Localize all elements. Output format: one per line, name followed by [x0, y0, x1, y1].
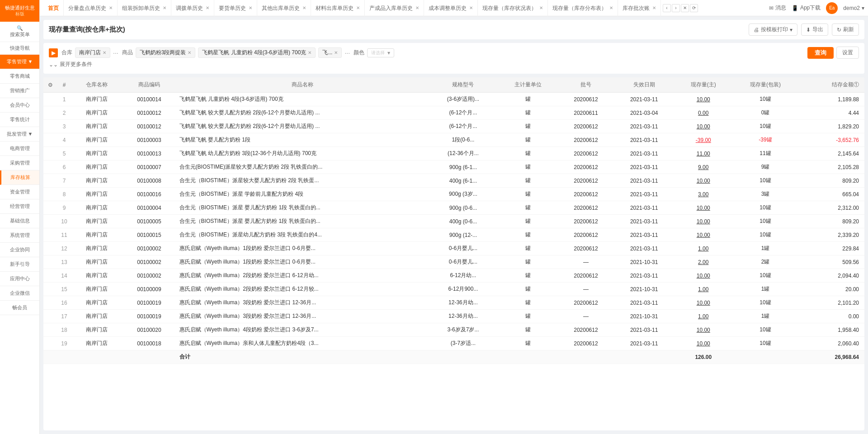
nav-tab-9[interactable]: 现存量（库存分布表） ✕: [548, 0, 618, 16]
cell-stock-main[interactable]: 10.00: [675, 323, 732, 337]
cell-expiry: 2021-03-11: [613, 323, 675, 337]
cell-name: 惠氏启赋（Wyeth illuma）3段奶粉 爱尔兰进口 12-36月...: [177, 296, 429, 310]
refresh-page-icon[interactable]: ⟳: [690, 4, 698, 12]
sidebar-item-member2[interactable]: 畅会员: [0, 301, 39, 315]
cell-stock-main[interactable]: 10.00: [675, 215, 732, 228]
refresh-button[interactable]: ↻ 刷新: [832, 24, 859, 36]
cell-code: 00100014: [122, 93, 176, 106]
nav-next-icon[interactable]: ›: [672, 4, 680, 12]
nav-tab-10[interactable]: 库存批次账 ✕: [618, 0, 661, 16]
nav-tab-0[interactable]: 分量盘点单历史 ✕: [64, 0, 118, 16]
cell-batch: —: [558, 283, 613, 296]
app-download-btn[interactable]: 📱 App下载: [792, 4, 821, 12]
cell-expiry: 2021-10-31: [613, 255, 675, 269]
sidebar-item-operations[interactable]: 经营管理: [0, 199, 39, 214]
setting-button[interactable]: 设置: [836, 47, 859, 59]
nav-tab-3[interactable]: 要货单历史 ✕: [214, 0, 257, 16]
sidebar-item-member[interactable]: 会员中心: [0, 98, 39, 113]
sidebar-item-inventory[interactable]: 库存核算: [0, 170, 39, 185]
cell-stock-main[interactable]: 10.00: [675, 337, 732, 350]
cell-stock-main[interactable]: 10.00: [675, 201, 732, 215]
nav-tab-5[interactable]: 材料出库单历史 ✕: [311, 0, 365, 16]
nav-tab-7[interactable]: 成本调整单历史 ✕: [424, 0, 478, 16]
product-tag-1[interactable]: 飞鹤星飞帆 儿童奶粉 4段(3-6岁适用) 700克 ✕: [198, 47, 316, 58]
sidebar-item-system[interactable]: 系统管理: [0, 228, 39, 243]
sidebar-item-finance[interactable]: 资金管理: [0, 185, 39, 199]
cell-stock-main[interactable]: 3.00: [675, 188, 732, 201]
query-button[interactable]: 查询: [807, 47, 834, 59]
user-avatar[interactable]: Ea: [826, 2, 838, 14]
color-filter-group: 颜色 请选择 ▾: [354, 48, 394, 57]
nav-tab-6[interactable]: 产成品入库单历史 ✕: [365, 0, 424, 16]
nav-tab-2[interactable]: 调拨单历史 ✕: [171, 0, 214, 16]
filter-toggle-btn[interactable]: ▶: [49, 48, 58, 57]
color-select[interactable]: 请选择 ▾: [367, 48, 394, 57]
sidebar-item-newbie[interactable]: 新手引导: [0, 257, 39, 272]
close-tab-6-icon[interactable]: ✕: [415, 0, 419, 16]
close-tab-4-icon[interactable]: ✕: [302, 0, 306, 16]
nav-tab-8[interactable]: 现存量（库存状况表） ✕: [478, 0, 548, 16]
product-tag-0[interactable]: 飞鹤奶粉3段两提装 ✕: [136, 47, 196, 58]
sidebar-item-wholesale[interactable]: 批发管理 ▼: [0, 127, 39, 142]
sidebar-item-enterprise[interactable]: 企业协同: [0, 243, 39, 257]
cell-stock-main[interactable]: -39.00: [675, 133, 732, 147]
cell-stock-main[interactable]: 1.00: [675, 242, 732, 255]
sidebar-item-purchase[interactable]: 采购管理: [0, 156, 39, 170]
remove-product-tag-0-icon[interactable]: ✕: [188, 50, 191, 55]
sidebar-item-marketing[interactable]: 营销推广: [0, 84, 39, 98]
message-btn[interactable]: ✉ 消息: [769, 4, 786, 12]
sidebar-item-retail-stats[interactable]: 零售统计: [0, 113, 39, 127]
cell-stock-main[interactable]: 1.00: [675, 310, 732, 323]
th-settings[interactable]: ⚙: [43, 77, 57, 93]
sidebar-quick-nav[interactable]: 快捷导航: [0, 42, 39, 55]
sidebar-item-basics[interactable]: 基础信息: [0, 214, 39, 228]
sidebar-logo[interactable]: 畅捷通好生意 标版: [0, 0, 39, 22]
sidebar-item-ecommerce[interactable]: 电商管理: [0, 142, 39, 156]
cell-unit: 罐: [498, 147, 559, 160]
close-tab-9-icon[interactable]: ✕: [609, 0, 613, 16]
cell-expiry: 2021-03-11: [613, 215, 675, 228]
cell-stock-main[interactable]: 0.00: [675, 106, 732, 120]
cell-stock-main[interactable]: 9.00: [675, 160, 732, 174]
username-btn[interactable]: demo2 ▾: [843, 5, 864, 11]
print-button[interactable]: 🖨 按模板打印 ▾: [749, 24, 797, 36]
close-tab-3-icon[interactable]: ✕: [249, 0, 252, 16]
cell-stock-main[interactable]: 10.00: [675, 228, 732, 242]
warehouse-tag[interactable]: 南岸门店 ✕: [75, 47, 110, 58]
sidebar-search[interactable]: 🔍 搜索英单: [0, 22, 39, 42]
nav-tab-4[interactable]: 其他出库单历史 ✕: [257, 0, 311, 16]
product-more-icon[interactable]: ···: [344, 49, 350, 57]
remove-warehouse-tag-icon[interactable]: ✕: [103, 50, 106, 55]
cell-stock-main[interactable]: 10.00: [675, 174, 732, 188]
export-button[interactable]: ⬇ 导出: [801, 24, 828, 36]
cell-stock-main[interactable]: 10.00: [675, 269, 732, 283]
remove-product-tag-1-icon[interactable]: ✕: [308, 50, 311, 55]
expand-more-btn[interactable]: ⌄⌄ 展开更多条件: [49, 59, 859, 70]
cell-stock-main[interactable]: 10.00: [675, 120, 732, 133]
nav-home[interactable]: 首页: [43, 0, 64, 16]
cell-stock-main[interactable]: 10.00: [675, 296, 732, 310]
product-tag-more[interactable]: 飞... ✕: [318, 47, 342, 58]
warehouse-more-icon[interactable]: ···: [113, 49, 118, 57]
close-tab-0-icon[interactable]: ✕: [109, 0, 113, 16]
nav-prev-icon[interactable]: ‹: [663, 4, 671, 12]
cell-stock-main[interactable]: 2.00: [675, 255, 732, 269]
cell-name: 惠氏启赋（Wyeth illuma）亲和人体儿童配方奶粉4段（3...: [177, 337, 429, 350]
nav-tab-1[interactable]: 组装拆卸单历史 ✕: [118, 0, 171, 16]
close-tab-1-icon[interactable]: ✕: [163, 0, 166, 16]
cell-stock-pack: 1罐: [732, 242, 799, 255]
cell-stock-main[interactable]: 11.00: [675, 147, 732, 160]
close-current-tab-icon[interactable]: ✕: [681, 4, 689, 12]
close-tab-5-icon[interactable]: ✕: [356, 0, 360, 16]
remove-more-tag-icon[interactable]: ✕: [334, 50, 338, 55]
cell-stock-main[interactable]: 1.00: [675, 283, 732, 296]
close-tab-10-icon[interactable]: ✕: [652, 0, 656, 16]
sidebar-item-retail-mgmt[interactable]: 零售管理 ▼: [0, 55, 39, 69]
close-tab-8-icon[interactable]: ✕: [539, 0, 543, 16]
sidebar-item-retail-mall[interactable]: 零售商城: [0, 69, 39, 84]
close-tab-2-icon[interactable]: ✕: [206, 0, 209, 16]
cell-stock-main[interactable]: 10.00: [675, 93, 732, 106]
sidebar-item-appstore[interactable]: 应用中心: [0, 272, 39, 286]
sidebar-item-wechat[interactable]: 企业微信: [0, 286, 39, 301]
close-tab-7-icon[interactable]: ✕: [469, 0, 473, 16]
